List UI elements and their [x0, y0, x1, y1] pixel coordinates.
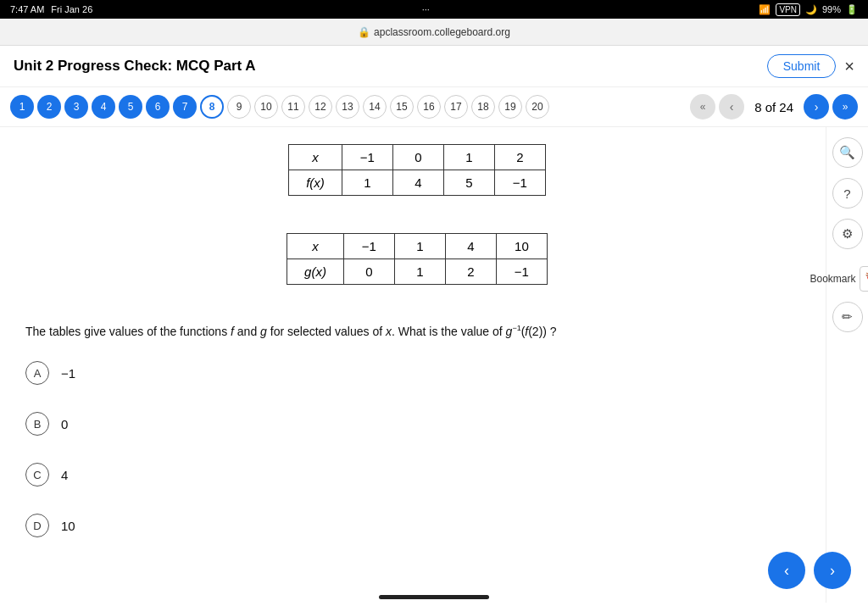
choice-a-circle: A [25, 361, 49, 385]
header-actions: Submit × [767, 54, 854, 78]
help-icon: ? [843, 186, 850, 201]
table2-col-1: 1 [394, 234, 445, 259]
table1-col-0: 0 [392, 145, 443, 170]
q-num-19[interactable]: 19 [498, 95, 522, 119]
zoom-button[interactable]: 🔍 [832, 137, 863, 168]
time: 7:47 AM [10, 4, 44, 14]
vpn-badge: VPN [776, 3, 800, 16]
question-area: x −1 0 1 2 f(x) 1 4 5 −1 x [0, 127, 826, 603]
table2-val-3: 2 [445, 259, 496, 285]
nav-last-button[interactable]: » [832, 94, 858, 120]
bookmark-area: Bookmark 🔖 [810, 266, 868, 292]
q-num-8[interactable]: 8 [200, 95, 224, 119]
choice-d[interactable]: D 10 [25, 514, 809, 537]
url-text: apclassroom.collegeboard.org [374, 26, 510, 38]
q-num-9[interactable]: 9 [227, 95, 251, 119]
bottom-prev-icon: ‹ [784, 562, 789, 580]
table1-val-4: −1 [494, 170, 545, 196]
choice-c-circle: C [25, 463, 49, 486]
moon-icon: 🌙 [805, 4, 817, 15]
nav-first-button[interactable]: « [690, 94, 715, 120]
battery-icon: 🔋 [846, 4, 858, 15]
q-num-3[interactable]: 3 [64, 95, 88, 119]
battery-pct: 99% [822, 4, 841, 14]
q-num-4[interactable]: 4 [92, 95, 115, 119]
q-num-16[interactable]: 16 [417, 95, 441, 119]
close-button[interactable]: × [844, 58, 854, 75]
bookmark-icon: 🔖 [865, 272, 868, 286]
q-num-5[interactable]: 5 [119, 95, 142, 119]
table2-val-1: 0 [343, 259, 394, 285]
table2-col-10: 10 [496, 234, 547, 259]
table1-col-neg1: −1 [342, 145, 392, 170]
edit-button[interactable]: ✏ [832, 302, 863, 332]
q-num-12[interactable]: 12 [309, 95, 332, 119]
page-title: Unit 2 Progress Check: MCQ Part A [14, 58, 256, 75]
bottom-nav: ‹ › [768, 552, 851, 589]
nav-prev-button[interactable]: ‹ [719, 94, 744, 120]
nav-count: 8 of 24 [754, 100, 793, 114]
submit-button[interactable]: Submit [767, 54, 837, 78]
question-text: The tables give values of the functions … [25, 322, 809, 341]
table-fx: x −1 0 1 2 f(x) 1 4 5 −1 [288, 144, 546, 196]
bottom-prev-button[interactable]: ‹ [768, 552, 805, 589]
table1-val-1: 1 [342, 170, 392, 196]
table2-val-2: 1 [394, 259, 445, 285]
choice-b-value: 0 [61, 417, 68, 431]
table2-col-neg1: −1 [343, 234, 394, 259]
date: Fri Jan 26 [51, 4, 92, 14]
q-num-6[interactable]: 6 [146, 95, 170, 119]
table2-row-label: g(x) [287, 259, 344, 285]
q-num-1[interactable]: 1 [10, 95, 34, 119]
q-num-18[interactable]: 18 [471, 95, 495, 119]
choice-d-circle: D [25, 514, 49, 537]
bookmark-label: Bookmark [810, 273, 855, 285]
content-area: x −1 0 1 2 f(x) 1 4 5 −1 x [0, 127, 868, 603]
choice-d-value: 10 [61, 519, 75, 533]
table1-row-label: f(x) [289, 170, 342, 196]
nav-next-button[interactable]: › [804, 94, 829, 120]
table-gx: x −1 1 4 10 g(x) 0 1 2 −1 [287, 233, 548, 285]
choice-c[interactable]: C 4 [25, 463, 809, 486]
table1-header-x: x [289, 145, 342, 170]
q-num-17[interactable]: 17 [444, 95, 468, 119]
lock-icon: 🔒 [358, 26, 370, 38]
q-num-15[interactable]: 15 [390, 95, 414, 119]
browser-url: 🔒 apclassroom.collegeboard.org [358, 26, 510, 38]
settings-button[interactable]: ⚙ [832, 219, 863, 249]
q-num-13[interactable]: 13 [336, 95, 359, 119]
table2-col-4: 4 [445, 234, 496, 259]
table2-val-4: −1 [496, 259, 547, 285]
q-num-20[interactable]: 20 [526, 95, 549, 119]
table1-val-3: 5 [443, 170, 494, 196]
choice-c-value: 4 [61, 468, 68, 482]
bookmark-button[interactable]: 🔖 [860, 266, 868, 292]
table2-header-x: x [287, 234, 344, 259]
q-num-10[interactable]: 10 [254, 95, 278, 119]
browser-bar: 🔒 apclassroom.collegeboard.org [0, 19, 868, 46]
choice-b[interactable]: B 0 [25, 412, 809, 436]
bottom-next-icon: › [830, 562, 835, 580]
choice-b-circle: B [25, 412, 49, 436]
table1-col-1: 1 [443, 145, 494, 170]
q-num-11[interactable]: 11 [281, 95, 305, 119]
wifi-icon: 📶 [759, 4, 771, 15]
help-button[interactable]: ? [832, 178, 863, 208]
edit-icon: ✏ [842, 309, 853, 325]
bottom-next-button[interactable]: › [814, 552, 851, 589]
settings-icon: ⚙ [842, 226, 853, 242]
table1-val-2: 4 [392, 170, 443, 196]
status-bar: 7:47 AM Fri Jan 26 ··· 📶 VPN 🌙 99% 🔋 [0, 0, 868, 19]
table1-col-2: 2 [494, 145, 545, 170]
question-nav-bar: 1 2 3 4 5 6 7 8 9 10 11 12 13 14 15 16 1… [0, 87, 868, 127]
bottom-bar-indicator [379, 595, 489, 599]
header: Unit 2 Progress Check: MCQ Part A Submit… [0, 46, 868, 87]
choice-a-value: −1 [61, 366, 75, 381]
choice-a[interactable]: A −1 [25, 361, 809, 385]
q-num-2[interactable]: 2 [37, 95, 61, 119]
q-num-14[interactable]: 14 [363, 95, 387, 119]
q-num-7[interactable]: 7 [173, 95, 197, 119]
zoom-icon: 🔍 [839, 145, 855, 160]
sidebar-tools: 🔍 ? ⚙ Bookmark 🔖 ✏ [826, 127, 868, 603]
browser-dots: ··· [422, 4, 430, 14]
